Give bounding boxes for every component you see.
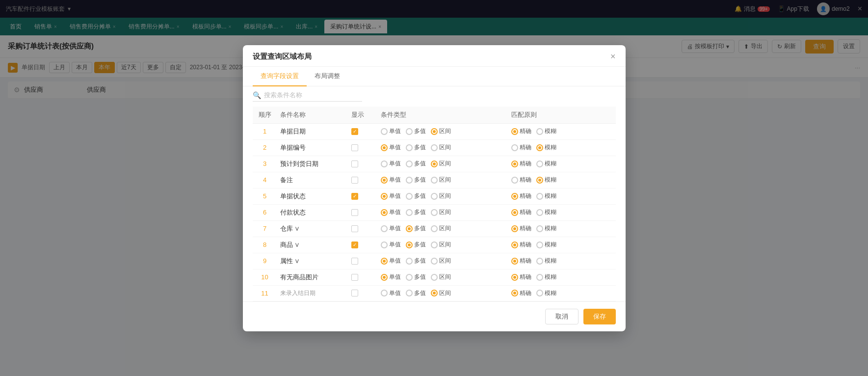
- search-wrap: 🔍: [253, 91, 362, 102]
- dialog-header: 设置查询区域布局 ×: [243, 45, 626, 67]
- dialog-tab-query-fields[interactable]: 查询字段设置: [253, 67, 307, 86]
- modal-overlay[interactable]: 设置查询区域布局 × 查询字段设置 布局调整 🔍: [0, 0, 868, 103]
- dialog-title: 设置查询区域布局: [253, 52, 312, 61]
- search-input[interactable]: [264, 91, 362, 99]
- dialog: 设置查询区域布局 × 查询字段设置 布局调整 🔍: [243, 45, 626, 103]
- dialog-search-area: 🔍: [243, 86, 626, 103]
- search-icon: 🔍: [253, 91, 261, 99]
- dialog-tab-layout[interactable]: 布局调整: [307, 67, 348, 86]
- dialog-tabs: 查询字段设置 布局调整: [243, 67, 626, 86]
- dialog-close-btn[interactable]: ×: [610, 52, 616, 61]
